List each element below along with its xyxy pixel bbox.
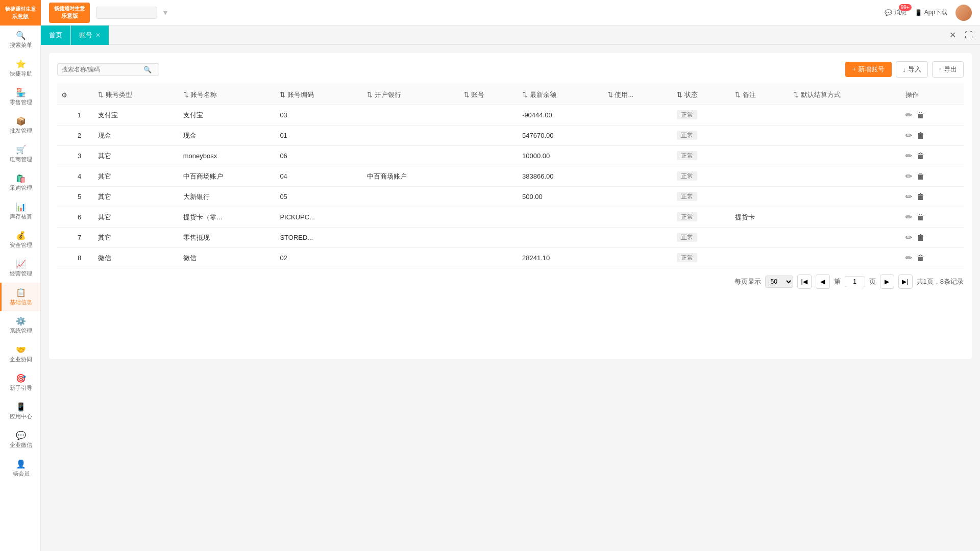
sort-icon-notes: ⇅ [735, 91, 741, 98]
th-type[interactable]: ⇅ 账号类型 [94, 85, 179, 105]
cell-code: 06 [276, 146, 363, 166]
sidebar-item-inventory[interactable]: 📊库存核算 [0, 197, 40, 226]
edit-button[interactable]: ✏ [905, 172, 912, 181]
search-input[interactable] [62, 66, 143, 73]
import-label: 导入 [908, 65, 921, 74]
page-next-btn[interactable]: ▶ [880, 274, 894, 289]
pagination-bar: 每页显示 50 20 100 |◀ ◀ 第 页 ▶ ▶| 共1页，8条记录 [57, 268, 964, 289]
tab-account[interactable]: 账号 ✕ [71, 26, 109, 45]
th-bank[interactable]: ⇅ 开户银行 [363, 85, 460, 105]
cell-code: 05 [276, 187, 363, 207]
cell-usage [603, 166, 673, 187]
app-download-button[interactable]: 📱 App下载 [915, 8, 947, 17]
edit-button[interactable]: ✏ [905, 111, 912, 119]
page-last-btn[interactable]: ▶| [898, 274, 913, 289]
cell-bank: 中百商场账户 [363, 166, 460, 187]
sidebar-icon-ecommerce: 🛒 [4, 145, 38, 155]
sidebar-icon-finance: 💰 [4, 231, 38, 240]
cell-name: 现金 [179, 126, 276, 146]
cell-account [460, 228, 518, 248]
th-settlement[interactable]: ⇅ 默认结算方式 [789, 85, 901, 105]
sidebar-item-purchase[interactable]: 🛍️采购管理 [0, 168, 40, 197]
tabbar-actions: ✕ ⛶ [945, 28, 980, 42]
sidebar-item-guide[interactable]: 🎯新手引导 [0, 368, 40, 397]
gear-icon[interactable]: ⚙ [61, 91, 67, 99]
tab-home[interactable]: 首页 [41, 26, 71, 45]
delete-button[interactable]: 🗑 [917, 254, 925, 262]
edit-button[interactable]: ✏ [905, 152, 912, 160]
cell-settlement [789, 166, 901, 187]
sidebar-icon-inventory: 📊 [4, 202, 38, 212]
cell-num: 6 [74, 207, 94, 228]
status-badge: 正常 [677, 233, 697, 242]
page-prev-btn[interactable]: ◀ [816, 274, 830, 289]
sidebar-icon-wechat: 💬 [4, 431, 38, 440]
topbar-dropdown-icon[interactable]: ▾ [163, 8, 167, 17]
tabbar-close-icon[interactable]: ✕ [945, 28, 960, 42]
th-gear: ⚙ [57, 85, 74, 105]
cell-account [460, 248, 518, 268]
edit-button[interactable]: ✏ [905, 233, 912, 242]
sidebar-item-retail[interactable]: 🏪零售管理 [0, 83, 40, 111]
tabbar-expand-icon[interactable]: ⛶ [962, 28, 976, 42]
sidebar-label-appcenter: 应用中心 [4, 413, 38, 420]
search-icon[interactable]: 🔍 [143, 66, 152, 73]
avatar[interactable] [955, 5, 972, 21]
page-size-select[interactable]: 50 20 100 [765, 276, 793, 288]
cell-account [460, 207, 518, 228]
th-name[interactable]: ⇅ 账号名称 [179, 85, 276, 105]
sidebar-item-wholesale[interactable]: 📦批发管理 [0, 111, 40, 140]
message-button[interactable]: 💬 消息 99+ [885, 8, 906, 17]
delete-button[interactable]: 🗑 [917, 172, 925, 181]
cell-notes [731, 105, 789, 126]
sidebar-item-wechat[interactable]: 💬企业微信 [0, 425, 40, 454]
th-balance[interactable]: ⇅ 最新余额 [518, 85, 603, 105]
delete-button[interactable]: 🗑 [917, 131, 925, 140]
th-notes[interactable]: ⇅ 备注 [731, 85, 789, 105]
edit-button[interactable]: ✏ [905, 131, 912, 140]
page-input[interactable] [845, 276, 865, 287]
sidebar-item-appcenter[interactable]: 📱应用中心 [0, 397, 40, 425]
sidebar-item-ecommerce[interactable]: 🛒电商管理 [0, 140, 40, 168]
table-row: 4 其它 中百商场账户 04 中百商场账户 383866.00 正常 ✏ 🗑 [57, 166, 964, 187]
th-usage[interactable]: ⇅ 使用... [603, 85, 673, 105]
topbar-search-input[interactable] [96, 7, 157, 19]
export-button[interactable]: ↑ 导出 [932, 61, 964, 78]
cell-notes [731, 248, 789, 268]
add-account-button[interactable]: + 新增账号 [845, 62, 892, 77]
tab-account-close[interactable]: ✕ [95, 32, 101, 39]
edit-button[interactable]: ✏ [905, 254, 912, 262]
page-first-btn[interactable]: |◀ [797, 274, 812, 289]
delete-button[interactable]: 🗑 [917, 152, 925, 160]
sidebar-item-finance[interactable]: 💰资金管理 [0, 226, 40, 254]
edit-button[interactable]: ✏ [905, 213, 912, 221]
cell-account [460, 187, 518, 207]
delete-button[interactable]: 🗑 [917, 111, 925, 119]
sidebar-item-search[interactable]: 🔍搜索菜单 [0, 26, 40, 54]
th-account[interactable]: ⇅ 账号 [460, 85, 518, 105]
sidebar-item-agreement[interactable]: 🤝企业协同 [0, 340, 40, 368]
topbar-logo: 畅捷通时生意乐意版 [49, 3, 90, 23]
table-toolbar: 🔍 + 新增账号 ↓ 导入 ↑ 导出 [57, 61, 964, 78]
th-code[interactable]: ⇅ 账号编码 [276, 85, 363, 105]
cell-bank [363, 126, 460, 146]
delete-button[interactable]: 🗑 [917, 233, 925, 242]
sidebar-item-member[interactable]: 👤畅会员 [0, 454, 40, 483]
sidebar-item-basic[interactable]: 📋基础信息 [0, 283, 40, 311]
cell-name: moneybosx [179, 146, 276, 166]
sidebar-item-quick[interactable]: ⭐快捷导航 [0, 54, 40, 83]
cell-type: 其它 [94, 228, 179, 248]
th-status[interactable]: ⇅ 状态 [673, 85, 731, 105]
cell-name: 支付宝 [179, 105, 276, 126]
delete-button[interactable]: 🗑 [917, 213, 925, 221]
delete-button[interactable]: 🗑 [917, 192, 925, 201]
cell-code: 01 [276, 126, 363, 146]
sidebar-item-operations[interactable]: 📈经营管理 [0, 254, 40, 283]
import-button[interactable]: ↓ 导入 [896, 61, 928, 78]
sidebar-item-system[interactable]: ⚙️系统管理 [0, 311, 40, 340]
cell-num: 7 [74, 228, 94, 248]
edit-button[interactable]: ✏ [905, 192, 912, 201]
toolbar-left: 🔍 [57, 63, 159, 76]
cell-notes [731, 228, 789, 248]
cell-settlement [789, 126, 901, 146]
